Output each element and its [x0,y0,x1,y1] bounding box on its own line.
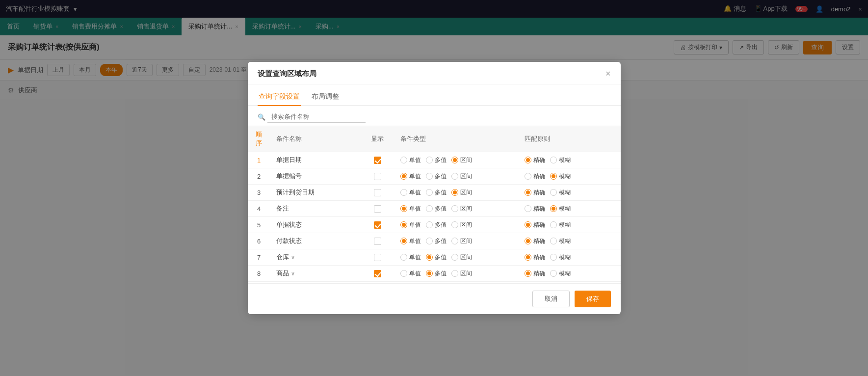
type-radio-item[interactable]: 区间 [451,221,472,229]
row-name: 商品∨ [270,266,361,282]
match-radio[interactable] [525,270,531,277]
type-radio-item[interactable]: 区间 [451,269,472,278]
type-radio-item[interactable]: 多值 [426,269,447,278]
match-radio[interactable] [550,205,557,212]
type-radio-item[interactable]: 多值 [426,188,447,197]
type-radio[interactable] [451,270,458,277]
expand-arrow-icon[interactable]: ∨ [291,254,295,261]
match-radio-item[interactable]: 模糊 [550,172,571,181]
type-radio[interactable] [426,270,433,277]
show-checkbox[interactable] [374,157,381,164]
type-radio-item[interactable]: 单值 [400,172,421,181]
type-radio-item[interactable]: 多值 [426,172,447,181]
type-radio-item[interactable]: 单值 [400,188,421,197]
match-radio-item[interactable]: 模糊 [550,253,571,262]
match-radio[interactable] [550,270,557,277]
cancel-button[interactable]: 取消 [532,291,570,307]
match-radio[interactable] [550,254,557,261]
type-radio[interactable] [400,221,407,228]
match-radio[interactable] [550,157,557,163]
type-radio[interactable] [400,254,407,261]
type-radio-label: 区间 [460,188,472,197]
type-radio[interactable] [451,221,458,228]
type-radio-item[interactable]: 单值 [400,221,421,229]
type-radio[interactable] [451,238,458,244]
match-radio-item[interactable]: 精确 [525,156,545,164]
match-radio-item[interactable]: 精确 [525,269,545,278]
type-radio-item[interactable]: 多值 [426,253,447,262]
expand-arrow-icon[interactable]: ∨ [291,270,295,277]
type-radio-item[interactable]: 区间 [451,237,472,245]
match-radio-item[interactable]: 模糊 [550,205,571,213]
type-radio-item[interactable]: 单值 [400,269,421,278]
match-radio-item[interactable]: 精确 [525,237,545,245]
show-checkbox[interactable] [374,205,381,213]
type-radio[interactable] [451,189,458,196]
type-radio-item[interactable]: 区间 [451,172,472,181]
type-radio[interactable] [426,189,433,196]
type-radio[interactable] [400,173,407,180]
type-radio-item[interactable]: 多值 [426,205,447,213]
match-radio[interactable] [550,221,557,228]
dialog-close-button[interactable]: × [605,69,611,79]
match-radio-item[interactable]: 精确 [525,188,545,197]
type-radio-item[interactable]: 区间 [451,188,472,197]
type-radio-item[interactable]: 单值 [400,237,421,245]
show-checkbox[interactable] [374,221,381,229]
type-radio-item[interactable]: 多值 [426,156,447,164]
match-radio[interactable] [550,238,557,244]
match-radio-item[interactable]: 精确 [525,253,545,262]
show-checkbox[interactable] [374,173,381,180]
match-radio[interactable] [525,157,531,163]
type-radio-item[interactable]: 单值 [400,253,421,262]
type-radio-item[interactable]: 单值 [400,205,421,213]
match-radio[interactable] [525,238,531,244]
show-checkbox[interactable] [374,238,381,245]
row-show-cell [361,168,395,185]
match-radio[interactable] [525,205,531,212]
match-radio-item[interactable]: 模糊 [550,156,571,164]
type-radio[interactable] [426,205,433,212]
match-radio-item[interactable]: 模糊 [550,221,571,229]
type-radio[interactable] [426,221,433,228]
type-radio-item[interactable]: 区间 [451,156,472,164]
type-radio[interactable] [426,157,433,163]
type-radio[interactable] [400,270,407,277]
match-radio[interactable] [550,189,557,196]
tab-layout-adjust[interactable]: 布局调整 [311,89,340,106]
type-radio[interactable] [451,254,458,261]
type-radio[interactable] [426,173,433,180]
match-radio[interactable] [525,221,531,228]
type-radio-item[interactable]: 区间 [451,205,472,213]
type-radio-item[interactable]: 多值 [426,221,447,229]
type-radio[interactable] [400,238,407,244]
type-radio-item[interactable]: 多值 [426,237,447,245]
type-radio[interactable] [426,254,433,261]
match-radio[interactable] [525,189,531,196]
match-radio-item[interactable]: 精确 [525,205,545,213]
type-radio[interactable] [400,189,407,196]
show-checkbox[interactable] [374,254,381,261]
type-radio[interactable] [426,238,433,244]
save-button[interactable]: 保存 [575,291,611,307]
type-radio-item[interactable]: 区间 [451,253,472,262]
match-radio[interactable] [525,254,531,261]
match-radio-item[interactable]: 模糊 [550,188,571,197]
match-radio-item[interactable]: 精确 [525,221,545,229]
show-checkbox[interactable] [374,189,381,196]
tab-query-fields[interactable]: 查询字段设置 [258,89,301,106]
type-radio[interactable] [400,157,407,163]
dialog-search-input[interactable] [267,111,366,123]
type-radio[interactable] [451,157,458,163]
row-name: 单据日期 [270,152,361,168]
type-radio[interactable] [451,205,458,212]
type-radio[interactable] [451,173,458,180]
match-radio-item[interactable]: 模糊 [550,237,571,245]
match-radio-item[interactable]: 模糊 [550,269,571,278]
show-checkbox[interactable] [374,270,381,277]
match-radio[interactable] [550,173,557,180]
type-radio[interactable] [400,205,407,212]
type-radio-item[interactable]: 单值 [400,156,421,164]
match-radio[interactable] [525,173,531,180]
match-radio-item[interactable]: 精确 [525,172,545,181]
